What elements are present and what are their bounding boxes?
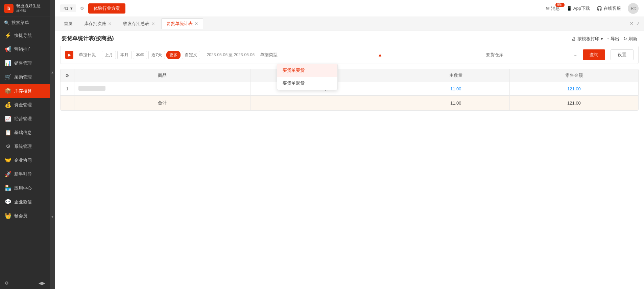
tab-in-out-summary[interactable]: 收发存汇总表 ✕: [118, 18, 160, 29]
sidebar-item-basic-info[interactable]: 📋 基础信息: [0, 126, 50, 139]
print-icon: 🖨: [572, 36, 576, 41]
sidebar-item-wechat[interactable]: 💬 企业微信: [0, 195, 50, 209]
date-btn-more[interactable]: 更多: [166, 51, 181, 59]
table-header-product: 商品: [74, 69, 251, 82]
footer-amount: 121.00: [509, 95, 638, 110]
page-title: 要货单统计表(按商品): [62, 35, 114, 42]
enterprise-icon: 🤝: [5, 157, 11, 163]
table-header-settings[interactable]: ⚙: [61, 69, 74, 82]
messages-badge: 99+: [555, 3, 565, 7]
scroll-down-arrow[interactable]: ▼: [50, 144, 55, 289]
tab-home[interactable]: 首页: [59, 18, 78, 29]
topbar: 41 ▾ ⚙ 体验行业方案 ✉ 消息 99+ 📱 App下载 🎧 在线客服 Ri…: [55, 0, 644, 17]
sidebar-item-sales[interactable]: 📊 销售管理: [0, 56, 50, 70]
type-filter-label: 单据类型: [260, 52, 278, 58]
warehouse-filter-input[interactable]: [509, 51, 568, 58]
basic-info-label: 基础信息: [14, 130, 32, 136]
print-dropdown-icon: ▾: [601, 36, 603, 41]
filter-more-icon[interactable]: ···: [574, 52, 577, 58]
date-btn-last-month[interactable]: 上月: [102, 51, 116, 59]
quick-nav-icon: ⚡: [5, 32, 11, 39]
topbar-settings-icon[interactable]: ⚙: [80, 6, 84, 11]
company-selector[interactable]: 41 ▾: [60, 4, 76, 12]
system-icon: ⚙: [5, 143, 11, 150]
date-btn-last-7-days[interactable]: 近7天: [148, 51, 165, 59]
tab-stock-batch-close[interactable]: ✕: [108, 21, 112, 26]
sidebar-item-system[interactable]: ⚙ 系统管理: [0, 139, 50, 153]
close-all-icon[interactable]: ✕: [630, 21, 634, 26]
date-btn-this-year[interactable]: 本年: [133, 51, 147, 59]
tabbar: 首页 库存批次账 ✕ 收发存汇总表 ✕ 要货单统计表 ✕ ✕ ⤢: [55, 17, 644, 30]
sidebar-item-purchase[interactable]: 🛒 采购管理: [0, 70, 50, 84]
date-btn-custom[interactable]: 自定义: [182, 51, 200, 59]
main-content: 41 ▾ ⚙ 体验行业方案 ✉ 消息 99+ 📱 App下载 🎧 在线客服 Ri…: [55, 0, 644, 289]
sidebar-item-finance[interactable]: 💰 资金管理: [0, 98, 50, 112]
print-btn[interactable]: 🖨 按模板打印 ▾: [572, 36, 603, 42]
export-btn[interactable]: ↑ 导出: [607, 36, 620, 42]
app-download-label: App下载: [573, 5, 590, 12]
table-footer-row: 合计 11.00 121.00: [61, 95, 638, 110]
tab-in-out-summary-label: 收发存汇总表: [123, 21, 149, 27]
sidebar-item-management[interactable]: 📈 经营管理: [0, 112, 50, 126]
type-filter-arrow[interactable]: ▲: [378, 52, 382, 58]
filter-bar: ▶ 单据日期 上月 本月 本年 近7天 更多 自定义 2023-05-06 至 …: [60, 46, 639, 64]
service-icon: 🎧: [597, 6, 602, 11]
management-label: 经营管理: [14, 116, 32, 122]
page-actions: 🖨 按模板打印 ▾ ↑ 导出 ↻ 刷新: [572, 36, 638, 42]
sidebar-item-quick-nav[interactable]: ⚡ 快捷导航: [0, 28, 50, 42]
data-table-container: ⚙ 商品 主计量单位 主数量 零售金额 1 块: [60, 69, 639, 111]
table-header-amount: 零售金额: [509, 69, 638, 82]
finance-label: 资金管理: [14, 102, 32, 108]
page-content: 要货单统计表(按商品) 🖨 按模板打印 ▾ ↑ 导出 ↻ 刷新 ▶: [55, 30, 644, 289]
tabbar-actions: ✕ ⤢: [630, 21, 640, 26]
sidebar-footer: ⚙ ◀▶: [0, 277, 50, 289]
trial-button[interactable]: 体验行业方案: [88, 3, 125, 14]
tab-order-stats-close[interactable]: ✕: [195, 21, 198, 26]
tab-stock-batch[interactable]: 库存批次账 ✕: [79, 18, 117, 29]
sidebar-item-inventory[interactable]: 📦 库存核算: [0, 84, 50, 98]
messages-btn[interactable]: ✉ 消息 99+: [546, 5, 560, 12]
collapse-icon[interactable]: ◀▶: [39, 281, 45, 286]
date-range-display: 2023-05-06 至 2023-06-06: [207, 52, 255, 58]
sidebar-item-enterprise[interactable]: 🤝 企业协同: [0, 153, 50, 167]
company-name: 41: [64, 6, 68, 11]
wechat-label: 企业微信: [14, 199, 32, 205]
purchase-label: 采购管理: [14, 74, 32, 80]
download-icon: 📱: [567, 6, 572, 11]
sidebar-item-marketing[interactable]: 📢 营销推广: [0, 42, 50, 56]
row-amount-link[interactable]: 121.00: [567, 86, 581, 91]
warehouse-filter-label: 要货仓库: [486, 52, 503, 58]
row-quantity-link[interactable]: 11.00: [450, 86, 461, 91]
filter-toggle-btn[interactable]: ▶: [65, 51, 73, 59]
footer-empty-2: [251, 95, 402, 110]
tab-in-out-summary-close[interactable]: ✕: [151, 21, 155, 26]
dropdown-item-order-goods[interactable]: 要货单要货: [277, 64, 337, 77]
tab-order-stats[interactable]: 要货单统计表 ✕: [161, 18, 203, 29]
user-avatar[interactable]: Rit: [628, 3, 639, 14]
topbar-right: ✉ 消息 99+ 📱 App下载 🎧 在线客服 Rit: [546, 3, 639, 14]
print-label: 按模板打印: [577, 36, 599, 42]
tab-home-label: 首页: [64, 21, 73, 27]
page-header: 要货单统计表(按商品) 🖨 按模板打印 ▾ ↑ 导出 ↻ 刷新: [55, 30, 644, 46]
basic-info-icon: 📋: [5, 129, 11, 136]
maximize-icon[interactable]: ⤢: [636, 21, 640, 26]
type-filter-input[interactable]: [280, 51, 375, 58]
enterprise-label: 企业协同: [14, 157, 32, 163]
dropdown-item-order-return[interactable]: 要货单退货: [277, 77, 337, 90]
online-service-btn[interactable]: 🎧 在线客服: [597, 5, 621, 12]
scroll-up-arrow[interactable]: ▲: [50, 0, 55, 144]
sidebar-item-member[interactable]: 👑 畅会员: [0, 209, 50, 223]
footer-label: 合计: [74, 95, 251, 110]
date-btn-this-month[interactable]: 本月: [117, 51, 132, 59]
settings-footer-icon[interactable]: ⚙: [5, 281, 9, 286]
filter-settings-button[interactable]: 设置: [611, 49, 634, 60]
sidebar-item-guide[interactable]: 🚀 新手引导: [0, 167, 50, 181]
app-download-btn[interactable]: 📱 App下载: [567, 5, 590, 12]
export-icon: ↑: [607, 36, 610, 41]
sidebar-item-appstore[interactable]: 🏪 应用中心: [0, 181, 50, 195]
refresh-icon: ↻: [623, 36, 627, 41]
refresh-btn[interactable]: ↻ 刷新: [623, 36, 637, 42]
sidebar-scroll: ▲ ▼: [50, 0, 55, 289]
query-button[interactable]: 查询: [583, 49, 605, 60]
sidebar-search[interactable]: 🔍 搜索菜单: [0, 17, 50, 28]
